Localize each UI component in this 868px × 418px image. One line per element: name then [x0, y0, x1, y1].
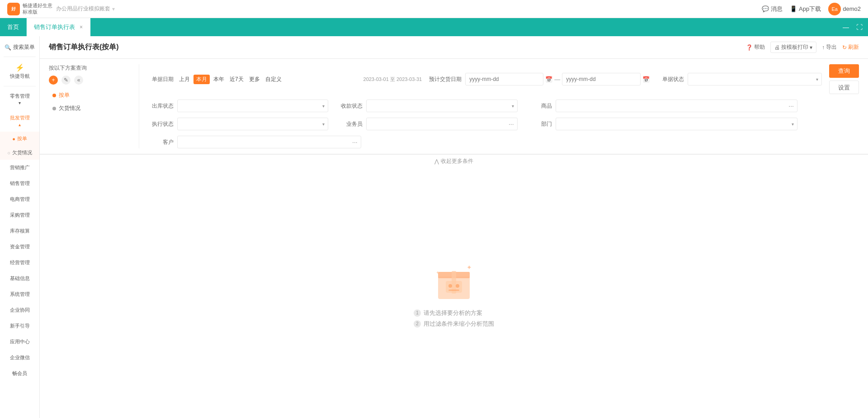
goods-control: ··· [556, 100, 797, 112]
delivery-status-select[interactable] [177, 100, 328, 112]
customer-input[interactable] [177, 136, 361, 148]
empty-hints: 1 请先选择要分析的方案 2 用过滤条件来缩小分析范围 [414, 309, 494, 328]
scheme-item-stock[interactable]: 欠货情况 [49, 102, 132, 114]
exec-status-select[interactable] [177, 118, 328, 130]
mobile-icon: 📱 [790, 5, 797, 12]
logo-text: 畅捷通好生意 标准版 [23, 3, 52, 14]
stock-dot-icon: ○ [7, 150, 10, 156]
payment-status-select[interactable] [366, 100, 517, 112]
sidebar-item-enterprise[interactable]: 企业协同 [0, 302, 39, 318]
tab-home[interactable]: 首页 [0, 18, 27, 36]
scheme-item-order[interactable]: 按单 [49, 89, 132, 101]
goods-more-icon[interactable]: ··· [788, 102, 794, 109]
empty-hint-1: 1 请先选择要分析的方案 [414, 309, 494, 317]
status-select[interactable] [688, 73, 822, 86]
collapse-scheme-button[interactable]: « [74, 76, 83, 85]
customer-control: ··· [177, 136, 361, 148]
last-month-shortcut[interactable]: 上月 [177, 75, 192, 84]
filter-left-title: 按以下方案查询 [49, 64, 132, 72]
logo-icon: 好 [7, 3, 20, 15]
status-label: 单据状态 [657, 76, 684, 83]
sidebar-item-ecommerce[interactable]: 电商管理 [0, 191, 39, 207]
sidebar-item-purchase[interactable]: 采购管理 [0, 207, 39, 223]
print-button[interactable]: 🖨 按模板打印 ▾ [770, 42, 816, 53]
sidebar-item-retail[interactable]: 零售管理 ▾ [0, 88, 39, 110]
filter-item-dept: 部门 ▾ [525, 118, 797, 130]
sidebar-item-finance[interactable]: 资金管理 [0, 239, 39, 255]
help-button[interactable]: ❓ 帮助 [746, 43, 765, 51]
more-shortcut[interactable]: 更多 [247, 75, 262, 84]
sidebar-item-system[interactable]: 系统管理 [0, 286, 39, 302]
calendar-start-icon[interactable]: 📅 [545, 76, 552, 83]
tab-minimize-icon[interactable]: — [841, 22, 851, 33]
setting-button[interactable]: 设置 [829, 81, 859, 94]
filter-row-3: 执行状态 ▾ 业务员 [146, 118, 859, 130]
top-bar-right: 💬 消息 📱 App下载 Ea demo2 [762, 3, 861, 15]
sidebar-item-wholesale[interactable]: 批发管理 ▴ [0, 110, 39, 132]
this-year-shortcut[interactable]: 本年 [212, 75, 226, 84]
sidebar-item-basic[interactable]: 基础信息 [0, 271, 39, 286]
sidebar-divider [4, 57, 36, 57]
sidebar: 🔍 搜索菜单 ⚡ 快捷导航 零售管理 ▾ 批发管理 ▴ ● 按单 [0, 36, 40, 418]
customer-more-icon[interactable]: ··· [352, 138, 358, 146]
date-separator: — [554, 76, 560, 83]
exec-status-label: 执行状态 [146, 120, 174, 128]
salesperson-more-icon[interactable]: ··· [509, 120, 514, 128]
payment-status-label: 收款状态 [335, 102, 363, 110]
calendar-end-icon[interactable]: 📅 [642, 76, 650, 83]
tab-sales-order[interactable]: 销售订单执行表 × [27, 18, 90, 36]
sidebar-item-appcenter[interactable]: 应用中心 [0, 334, 39, 350]
sidebar-sub-item-order[interactable]: ● 按单 [0, 132, 39, 146]
refresh-button[interactable]: ↻ 刷新 [842, 43, 859, 51]
expected-date-end-input[interactable] [562, 73, 640, 86]
delivery-control: ▾ [177, 100, 328, 112]
export-button[interactable]: ↑ 导出 [822, 43, 837, 51]
add-scheme-button[interactable]: + [49, 76, 58, 85]
app-download-button[interactable]: 📱 App下载 [790, 5, 821, 13]
customer-label: 客户 [146, 138, 174, 146]
avatar: Ea [828, 3, 841, 15]
sidebar-item-inventory[interactable]: 库存核算 [0, 223, 39, 239]
exec-status-control: ▾ [177, 118, 328, 130]
empty-svg: ✦ ✦ [431, 258, 476, 304]
sidebar-item-operations[interactable]: 经营管理 [0, 255, 39, 271]
filter-left-actions: + ✎ « [49, 76, 132, 85]
expected-date-range: 📅 — 📅 [465, 73, 649, 86]
tab-maximize-icon[interactable]: ⛶ [854, 22, 864, 33]
expected-date-start-input[interactable] [465, 73, 543, 86]
sidebar-item-corpwechat[interactable]: 企业微信 [0, 350, 39, 366]
custom-shortcut[interactable]: 自定义 [264, 75, 283, 84]
sidebar-sub-item-stock[interactable]: ○ 欠货情况 [0, 146, 39, 160]
breadcrumb: 办公用品行业模拟账套 ▾ [56, 5, 115, 13]
sidebar-search[interactable]: 🔍 搜索菜单 [0, 40, 39, 55]
filter-panel-inner: 按以下方案查询 + ✎ « 按单 欠货情况 [49, 64, 859, 148]
sidebar-item-newguide[interactable]: 新手引导 [0, 318, 39, 334]
help-icon: ❓ [746, 44, 753, 51]
dept-select[interactable] [556, 118, 797, 130]
this-month-shortcut[interactable]: 本月 [193, 75, 210, 84]
salesperson-input[interactable] [366, 118, 517, 130]
goods-input[interactable] [556, 100, 797, 112]
sidebar-item-sales[interactable]: 销售管理 [0, 176, 39, 191]
svg-text:✦: ✦ [467, 264, 472, 271]
filter-item-status: 单据状态 ▾ [657, 73, 822, 86]
message-button[interactable]: 💬 消息 [762, 5, 783, 13]
salesperson-label: 业务员 [335, 120, 363, 128]
tab-close-icon[interactable]: × [80, 24, 83, 30]
data-area: ✦ ✦ 1 请先选择要分析的方案 2 [40, 168, 868, 418]
date-control: 上月 本月 本年 近7天 更多 自定义 [177, 75, 360, 84]
top-bar-left: 好 畅捷通好生意 标准版 办公用品行业模拟账套 ▾ [7, 3, 115, 15]
svg-point-7 [456, 284, 459, 288]
sidebar-item-quick-nav[interactable]: ⚡ 快捷导航 [0, 59, 39, 84]
sidebar-item-marketing[interactable]: 营销推广 [0, 160, 39, 176]
wholesale-arrow-icon: ▴ [19, 122, 21, 127]
print-icon: 🖨 [774, 44, 780, 51]
last7days-shortcut[interactable]: 近7天 [228, 75, 245, 84]
sidebar-item-member[interactable]: 畅会员 [0, 366, 39, 381]
collapse-bar[interactable]: ⋀ 收起更多条件 [40, 154, 868, 168]
edit-scheme-button[interactable]: ✎ [61, 76, 71, 85]
refresh-icon: ↻ [842, 44, 847, 51]
search-button[interactable]: 查询 [829, 64, 859, 78]
user-avatar[interactable]: Ea demo2 [828, 3, 861, 15]
goods-label: 商品 [525, 102, 552, 110]
